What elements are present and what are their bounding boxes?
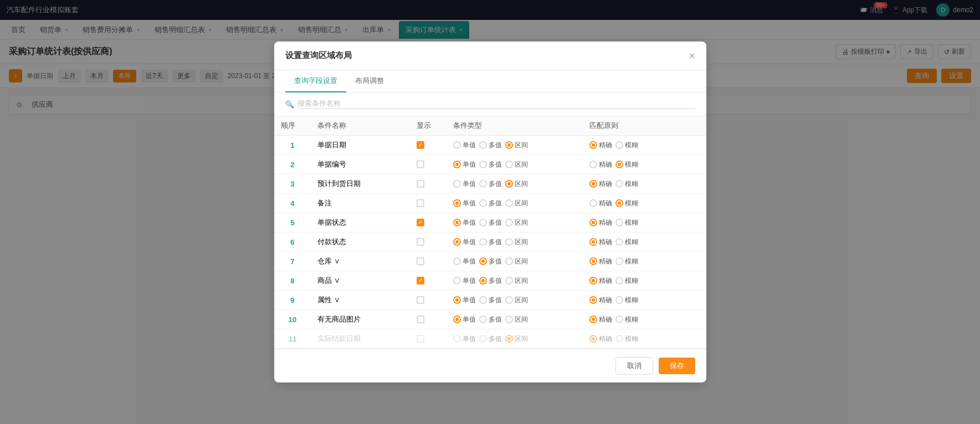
radio-match-match_precise-7[interactable]: 精确: [589, 276, 612, 286]
checkbox-7[interactable]: [417, 277, 424, 285]
radio-type-type_single-0[interactable]: 单值: [453, 141, 476, 150]
row-show-9[interactable]: [410, 310, 447, 329]
row-show-10[interactable]: [410, 329, 447, 349]
row-show-7[interactable]: [410, 271, 447, 291]
radio-type-type_multi-10[interactable]: 多值: [479, 334, 502, 344]
radio-match-match_precise-6[interactable]: 精确: [589, 257, 612, 266]
radio-match-match_fuzzy-2[interactable]: 模糊: [615, 179, 638, 189]
radio-match-match_precise-2[interactable]: 精确: [589, 179, 612, 189]
radio-label-7: 多值: [489, 276, 502, 286]
radio-type-type_multi-3[interactable]: 多值: [479, 199, 502, 208]
checkbox-0[interactable]: [417, 141, 424, 149]
radio-match-match_fuzzy-10[interactable]: 模糊: [615, 334, 638, 344]
radio-type-type_single-5[interactable]: 单值: [453, 237, 476, 247]
radio-label-3: 多值: [489, 199, 502, 208]
radio-match-match_precise-4[interactable]: 精确: [589, 218, 612, 227]
row-show-2[interactable]: [410, 174, 447, 194]
checkbox-8[interactable]: [417, 296, 424, 304]
row-show-3[interactable]: [410, 194, 447, 213]
radio-type-type_single-4[interactable]: 单值: [453, 218, 476, 227]
radio-match-match_fuzzy-6[interactable]: 模糊: [615, 257, 638, 266]
radio-type-type_range-2[interactable]: 区间: [505, 179, 528, 189]
row-show-0[interactable]: [410, 136, 447, 155]
checkbox-3[interactable]: [417, 199, 424, 207]
row-name-7: 商品 ∨: [311, 271, 409, 291]
radio-type-type_single-8[interactable]: 单值: [453, 296, 476, 305]
radio-match-circle-0: [589, 141, 597, 149]
radio-match-match_fuzzy-4[interactable]: 模糊: [615, 218, 638, 227]
radio-type-type_multi-7[interactable]: 多值: [479, 276, 502, 286]
radio-type-type_multi-8[interactable]: 多值: [479, 296, 502, 305]
radio-match-match_precise-9[interactable]: 精确: [589, 315, 612, 324]
radio-circle-4: [453, 219, 461, 226]
radio-type-type_multi-4[interactable]: 多值: [479, 218, 502, 227]
checkbox-10[interactable]: [417, 335, 424, 343]
row-show-6[interactable]: [410, 252, 447, 271]
radio-match-match_precise-8[interactable]: 精确: [589, 296, 612, 305]
radio-match-match_precise-0[interactable]: 精确: [589, 141, 612, 150]
radio-type-type_range-4[interactable]: 区间: [505, 218, 528, 227]
radio-type-type_single-10[interactable]: 单值: [453, 334, 476, 344]
cancel-button[interactable]: 取消: [615, 357, 653, 375]
radio-match-match_precise-1[interactable]: 精确: [589, 160, 612, 169]
radio-type-type_multi-9[interactable]: 多值: [479, 315, 502, 324]
radio-type-type_range-6[interactable]: 区间: [505, 257, 528, 266]
radio-type-type_single-7[interactable]: 单值: [453, 276, 476, 286]
radio-match-match_fuzzy-0[interactable]: 模糊: [615, 141, 638, 150]
radio-type-type_single-9[interactable]: 单值: [453, 315, 476, 324]
radio-type-type_single-3[interactable]: 单值: [453, 199, 476, 208]
radio-match-match_fuzzy-1[interactable]: 模糊: [615, 160, 638, 169]
radio-type-type_single-6[interactable]: 单值: [453, 257, 476, 266]
modal-overlay[interactable]: 设置查询区域布局 × 查询字段设置 布局调整 🔍 顺序 条件名称: [0, 0, 980, 424]
radio-type-type_range-3[interactable]: 区间: [505, 199, 528, 208]
radio-match-circle-5: [615, 238, 623, 246]
radio-circle-4: [479, 219, 487, 226]
checkbox-6[interactable]: [417, 257, 424, 265]
radio-match-match_fuzzy-7[interactable]: 模糊: [615, 276, 638, 286]
checkbox-2[interactable]: [417, 180, 424, 188]
checkbox-1[interactable]: [417, 161, 424, 168]
radio-label-4: 区间: [515, 218, 528, 227]
modal-tab-query-fields[interactable]: 查询字段设置: [285, 70, 346, 92]
radio-match-match_precise-5[interactable]: 精确: [589, 237, 612, 247]
radio-match-label-3: 模糊: [625, 199, 638, 208]
radio-type-type_range-7[interactable]: 区间: [505, 276, 528, 286]
radio-match-label-0: 模糊: [625, 141, 638, 150]
radio-type-type_range-1[interactable]: 区间: [505, 160, 528, 169]
checkbox-9[interactable]: [417, 316, 424, 323]
radio-match-match_fuzzy-9[interactable]: 模糊: [615, 315, 638, 324]
radio-circle-1: [505, 161, 513, 168]
radio-type-type_range-10[interactable]: 区间: [505, 334, 528, 344]
modal-search-input[interactable]: [297, 99, 695, 109]
radio-match-circle-6: [615, 257, 623, 265]
radio-type-type_multi-6[interactable]: 多值: [479, 257, 502, 266]
radio-type-type_multi-5[interactable]: 多值: [479, 237, 502, 247]
radio-match-match_precise-10[interactable]: 精确: [589, 334, 612, 344]
radio-match-circle-2: [589, 180, 597, 188]
row-show-5[interactable]: [410, 232, 447, 252]
modal-close-button[interactable]: ×: [689, 51, 695, 61]
radio-type-type_single-2[interactable]: 单值: [453, 179, 476, 189]
radio-label-6: 单值: [463, 257, 476, 266]
radio-match-match_fuzzy-8[interactable]: 模糊: [615, 296, 638, 305]
row-show-8[interactable]: [410, 291, 447, 310]
radio-circle-9: [453, 316, 461, 323]
radio-type-type_range-8[interactable]: 区间: [505, 296, 528, 305]
radio-type-type_range-9[interactable]: 区间: [505, 315, 528, 324]
radio-match-match_fuzzy-5[interactable]: 模糊: [615, 237, 638, 247]
radio-type-type_multi-2[interactable]: 多值: [479, 179, 502, 189]
radio-match-match_fuzzy-3[interactable]: 模糊: [615, 199, 638, 208]
radio-type-type_range-5[interactable]: 区间: [505, 237, 528, 247]
radio-type-type_range-0[interactable]: 区间: [505, 141, 528, 150]
row-show-1[interactable]: [410, 155, 447, 174]
radio-match-match_precise-3[interactable]: 精确: [589, 199, 612, 208]
table-row: 8商品 ∨单值多值区间精确模糊: [274, 271, 706, 291]
save-button[interactable]: 保存: [659, 358, 695, 374]
radio-type-type_multi-1[interactable]: 多值: [479, 160, 502, 169]
checkbox-4[interactable]: [417, 219, 424, 226]
checkbox-5[interactable]: [417, 238, 424, 246]
radio-type-type_single-1[interactable]: 单值: [453, 160, 476, 169]
modal-tab-layout[interactable]: 布局调整: [346, 70, 393, 92]
radio-type-type_multi-0[interactable]: 多值: [479, 141, 502, 150]
row-show-4[interactable]: [410, 213, 447, 232]
